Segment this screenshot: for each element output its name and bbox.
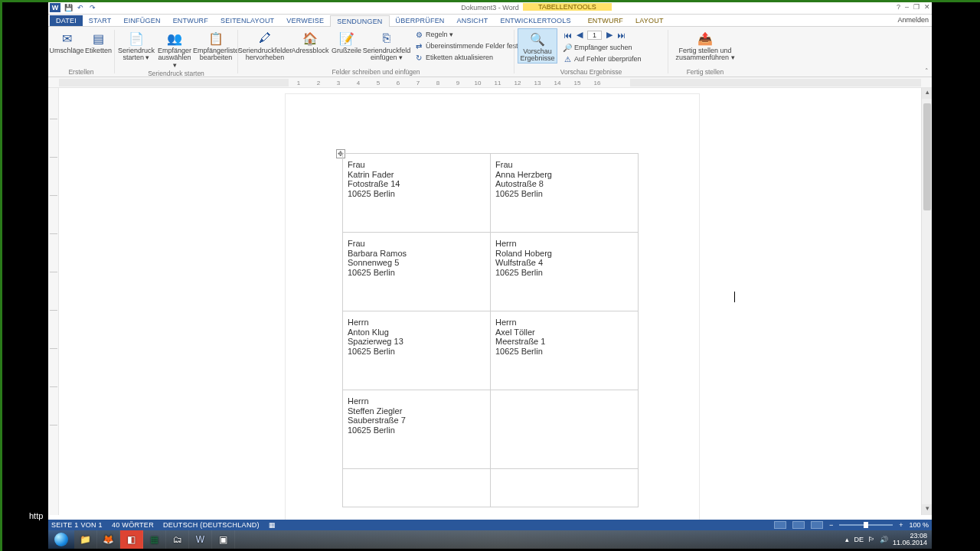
tab-table-design[interactable]: ENTWURF xyxy=(582,15,629,26)
envelopes-button[interactable]: ✉ Umschläge xyxy=(51,28,82,54)
tab-file[interactable]: DATEI xyxy=(50,15,83,26)
redo-icon[interactable]: ↷ xyxy=(88,3,97,12)
next-record-button[interactable]: ▶ xyxy=(606,30,612,40)
view-web-icon[interactable] xyxy=(811,521,823,529)
ribbon-tabs: DATEI START EINFÜGEN ENTWURF SEITENLAYOU… xyxy=(48,15,932,27)
tray-lang[interactable]: DE xyxy=(854,536,864,543)
status-words[interactable]: 40 WÖRTER xyxy=(112,521,154,529)
scroll-up-icon[interactable]: ▴ xyxy=(922,88,933,99)
tab-view[interactable]: ANSICHT xyxy=(451,15,495,26)
error-icon: ⚠ xyxy=(563,54,572,64)
collapse-ribbon-icon[interactable]: ˄ xyxy=(925,67,929,75)
zoom-out-button[interactable]: − xyxy=(829,521,833,529)
title-bar: W 💾 ↶ ↷ Dokument3 - Word TABELLENTOOLS ?… xyxy=(48,2,932,15)
prev-record-button[interactable]: ◀ xyxy=(577,30,583,40)
first-record-button[interactable]: ⏮ xyxy=(564,31,572,40)
http-text: http xyxy=(29,511,43,520)
minimize-icon[interactable]: – xyxy=(905,3,909,11)
tray-expand-icon[interactable]: ▴ xyxy=(845,536,849,543)
tab-references[interactable]: VERWEISE xyxy=(280,15,330,26)
tab-pagelayout[interactable]: SEITENLAYOUT xyxy=(214,15,280,26)
macro-icon[interactable]: ▦ xyxy=(269,521,276,529)
tray-volume-icon[interactable]: 🔊 xyxy=(880,536,888,543)
label-cell[interactable] xyxy=(491,390,639,469)
tab-review[interactable]: ÜBERPRÜFEN xyxy=(390,15,451,26)
edit-recipients-button[interactable]: 📋 Empfängerliste bearbeiten xyxy=(194,28,237,62)
vertical-scrollbar[interactable]: ▴ ▾ xyxy=(921,88,932,515)
zoom-slider[interactable] xyxy=(839,524,893,526)
start-mailmerge-button[interactable]: 📄 Seriendruck starten ▾ xyxy=(118,28,155,62)
tray-date[interactable]: 11.06.2014 xyxy=(893,540,927,546)
envelope-icon: ✉ xyxy=(57,30,77,47)
taskbar-excel-icon[interactable]: ▦ xyxy=(143,530,166,549)
group-writefields-label: Felder schreiben und einfügen xyxy=(241,67,511,77)
insertfield-icon: ⎘ xyxy=(377,30,397,47)
group-finish-label: Fertig stellen xyxy=(671,67,739,77)
undo-icon[interactable]: ↶ xyxy=(76,3,85,12)
scroll-down-icon[interactable]: ▾ xyxy=(922,504,933,515)
horizontal-ruler[interactable]: 12345678910111213141516 xyxy=(48,77,932,88)
labels-button[interactable]: ▤ Etiketten xyxy=(85,28,112,54)
label-cell[interactable] xyxy=(343,469,491,507)
view-print-icon[interactable] xyxy=(792,521,805,529)
taskbar-firefox-icon[interactable]: 🦊 xyxy=(97,530,120,549)
address-block-button[interactable]: 🏠 Adressblock xyxy=(292,28,328,54)
label-cell[interactable]: FrauBarbara RamosSonnenweg 510625 Berlin xyxy=(343,233,491,311)
sign-in-link[interactable]: Anmelden xyxy=(897,16,929,24)
tab-start[interactable]: START xyxy=(83,15,118,26)
tab-insert[interactable]: EINFÜGEN xyxy=(118,15,167,26)
tray-flag-icon[interactable]: 🏳 xyxy=(868,536,875,543)
windows-taskbar: 📁 🦊 ◧ ▦ 🗂 W ▣ ▴ DE 🏳 🔊 23:08 11.06.2014 xyxy=(48,530,932,549)
greeting-icon: 📝 xyxy=(337,30,357,47)
label-table[interactable]: FrauKatrin FaderFotostraße 1410625 Berli… xyxy=(342,153,639,507)
status-page[interactable]: SEITE 1 VON 1 xyxy=(51,521,103,529)
tab-devtools[interactable]: ENTWICKLERTOOLS xyxy=(494,15,577,26)
finish-merge-button[interactable]: 📤 Fertig stellen und zusammenführen ▾ xyxy=(671,28,739,62)
label-cell[interactable]: FrauKatrin FaderFotostraße 1410625 Berli… xyxy=(343,154,491,233)
edit-list-icon: 📋 xyxy=(206,30,226,47)
text-cursor xyxy=(734,292,735,302)
taskbar-folder-icon[interactable]: 🗂 xyxy=(166,530,189,549)
save-icon[interactable]: 💾 xyxy=(64,3,73,12)
document-title: Dokument3 - Word xyxy=(461,4,518,11)
highlight-mergefields-button[interactable]: 🖍 Seriendruckfelder hervorheben xyxy=(241,28,289,62)
find-icon: 🔎 xyxy=(563,43,572,52)
scroll-thumb[interactable] xyxy=(923,103,931,210)
check-errors-button[interactable]: ⚠Auf Fehler überprüfen xyxy=(560,54,644,64)
insert-mergefield-button[interactable]: ⎘ Seriendruckfeld einfügen ▾ xyxy=(364,28,409,62)
tab-design[interactable]: ENTWURF xyxy=(167,15,214,26)
taskbar-generic-icon[interactable]: ▣ xyxy=(212,530,235,549)
system-tray[interactable]: ▴ DE 🏳 🔊 23:08 11.06.2014 xyxy=(841,530,932,549)
group-create-label: Erstellen xyxy=(51,67,111,77)
taskbar-explorer-icon[interactable]: 📁 xyxy=(74,530,97,549)
status-bar: SEITE 1 VON 1 40 WÖRTER DEUTSCH (DEUTSCH… xyxy=(48,520,932,530)
preview-icon: 🔍 xyxy=(528,31,547,47)
zoom-value[interactable]: 100 % xyxy=(909,521,929,529)
status-language[interactable]: DEUTSCH (DEUTSCHLAND) xyxy=(163,521,260,529)
tab-table-layout[interactable]: LAYOUT xyxy=(629,15,670,26)
preview-results-button[interactable]: 🔍 Vorschau Ergebnisse xyxy=(518,28,557,64)
taskbar-word-icon[interactable]: W xyxy=(189,530,212,549)
word-window: W 💾 ↶ ↷ Dokument3 - Word TABELLENTOOLS ?… xyxy=(48,2,932,530)
start-button[interactable] xyxy=(48,530,74,549)
record-number-input[interactable]: 1 xyxy=(587,31,602,40)
tab-mailings[interactable]: SENDUNGEN xyxy=(330,15,389,27)
vertical-ruler[interactable] xyxy=(48,88,59,515)
label-cell[interactable] xyxy=(491,469,639,507)
greeting-line-button[interactable]: 📝 Grußzeile xyxy=(332,28,361,54)
maximize-icon[interactable]: ❐ xyxy=(913,3,920,11)
view-read-icon[interactable] xyxy=(774,521,786,529)
help-icon[interactable]: ? xyxy=(897,3,900,11)
rules-icon: ⚙ xyxy=(414,30,423,39)
last-record-button[interactable]: ⏭ xyxy=(617,31,626,40)
label-cell[interactable]: HerrnAxel TöllerMeerstraße 110625 Berlin xyxy=(491,311,639,390)
select-recipients-button[interactable]: 👥 Empfänger auswählen ▾ xyxy=(158,28,191,69)
close-icon[interactable]: ✕ xyxy=(924,3,930,11)
find-recipient-button[interactable]: 🔎Empfänger suchen xyxy=(560,42,644,53)
label-cell[interactable]: HerrnSteffen ZieglerSauberstraße 710625 … xyxy=(343,390,491,469)
zoom-in-button[interactable]: + xyxy=(899,521,903,529)
taskbar-avira-icon[interactable]: ◧ xyxy=(120,530,143,549)
label-cell[interactable]: HerrnRoland HobergWulfstraße 410625 Berl… xyxy=(491,233,639,311)
label-cell[interactable]: FrauAnna HerzbergAutostraße 810625 Berli… xyxy=(491,154,639,233)
label-cell[interactable]: HerrnAnton KlugSpazierweg 1310625 Berlin xyxy=(343,311,491,390)
